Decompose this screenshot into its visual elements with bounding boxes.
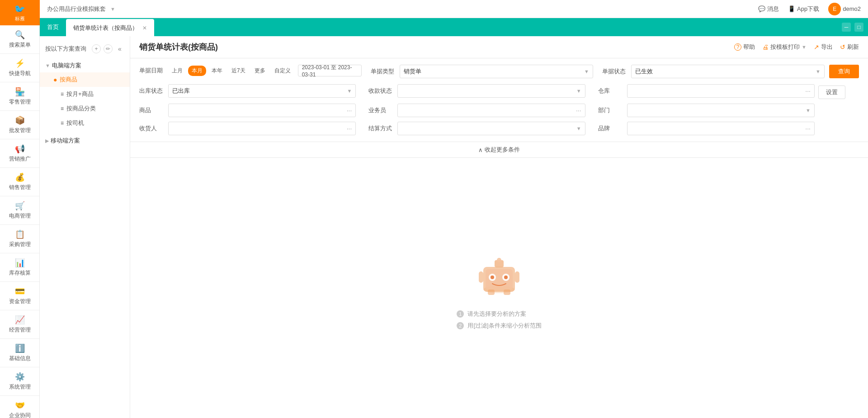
quick-nav-icon: ⚡ <box>15 58 25 68</box>
sidebar-item-purchase[interactable]: 📋 采购管理 <box>0 225 39 253</box>
scheme-group-mobile-header[interactable]: ▶ 移动端方案 <box>40 134 130 147</box>
sidebar-item-quick-nav[interactable]: ⚡ 快捷导航 <box>0 54 39 82</box>
doc-status-arrow-icon: ▼ <box>816 69 821 74</box>
top-bar-right: 💬 消息 📱 App下载 E demo2 <box>758 3 861 15</box>
last-month-btn[interactable]: 上月 <box>168 66 186 76</box>
left-panel-header: 按以下方案查询 + ✏ « <box>40 41 130 57</box>
message-icon: 💬 <box>758 5 765 12</box>
sidebar-item-label: 搜索菜单 <box>9 41 31 49</box>
sidebar-item-finance[interactable]: 💳 资金管理 <box>0 282 39 310</box>
sidebar-item-search[interactable]: 🔍 搜索菜单 <box>0 25 39 54</box>
sidebar-menu: 🔍 搜索菜单 ⚡ 快捷导航 🏪 零售管理 📦 批发管理 📢 营销推广 💰 销售管… <box>0 25 39 418</box>
warehouse-control[interactable]: ··· <box>627 84 815 98</box>
receipt-status-control[interactable]: ▼ <box>397 84 585 98</box>
sidebar-item-sales[interactable]: 💰 销售管理 <box>0 168 39 196</box>
settlement-control[interactable]: ▼ <box>397 122 585 135</box>
department-control[interactable]: ▼ <box>627 104 815 117</box>
page-header-right: ? 帮助 🖨 按模板打印 ▼ ↗ 导出 ↺ 刷新 <box>734 43 859 57</box>
scheme-item-by-goods[interactable]: ● 按商品 <box>40 72 130 87</box>
scheme-group-pc-header[interactable]: ▼ 电脑端方案 <box>40 59 130 72</box>
tab-bar-right: ─ □ <box>842 23 868 32</box>
maximize-icon: □ <box>857 24 860 30</box>
sidebar-item-wholesale[interactable]: 📦 批发管理 <box>0 111 39 139</box>
message-btn[interactable]: 💬 消息 <box>758 5 779 13</box>
custom-btn[interactable]: 自定义 <box>271 66 294 76</box>
warehouse-dots-icon: ··· <box>805 87 811 95</box>
refresh-icon: ↺ <box>840 43 845 51</box>
doc-type-control[interactable]: 销货单 ▼ <box>400 65 593 78</box>
logo-text: 标雁 <box>15 15 25 22</box>
edit-scheme-btn[interactable]: ✏ <box>104 44 113 53</box>
tab-home[interactable]: 首页 <box>40 18 66 36</box>
empty-hint-1: 1 请先选择要分析的方案 <box>457 310 541 318</box>
list-icon: ≡ <box>61 105 64 112</box>
more-btn[interactable]: 更多 <box>251 66 269 76</box>
sidebar-item-label: 批发管理 <box>9 127 31 134</box>
settings-btn[interactable]: 设置 <box>818 86 845 99</box>
collapse-panel-btn[interactable]: « <box>115 44 124 53</box>
sidebar-item-retail[interactable]: 🏪 零售管理 <box>0 82 39 111</box>
this-month-btn[interactable]: 本月 <box>188 66 206 76</box>
enterprise-icon: 🤝 <box>15 400 25 410</box>
last-7-days-btn[interactable]: 近7天 <box>228 66 249 76</box>
doc-status-control[interactable]: 已生效 ▼ <box>631 65 825 78</box>
sidebar-item-inventory[interactable]: 📊 库存核算 <box>0 253 39 282</box>
salesperson-control[interactable]: ··· <box>397 104 585 117</box>
svg-rect-11 <box>488 290 495 295</box>
hint-text-2: 用[过滤]条件来缩小分析范围 <box>467 322 541 330</box>
sidebar-item-marketing[interactable]: 📢 营销推广 <box>0 139 39 168</box>
empty-robot-svg <box>472 247 526 301</box>
sidebar-item-operations[interactable]: 📈 经营管理 <box>0 310 39 339</box>
message-label: 消息 <box>767 5 779 13</box>
help-btn[interactable]: ? 帮助 <box>734 43 755 51</box>
scheme-item-by-category[interactable]: ≡ 按商品分类 <box>40 101 130 116</box>
wholesale-icon: 📦 <box>15 115 25 125</box>
sidebar-item-system[interactable]: ⚙️ 系统管理 <box>0 367 39 396</box>
brand-label: 品牌 <box>598 124 623 133</box>
empty-illustration <box>472 247 526 301</box>
hint-text-1: 请先选择要分析的方案 <box>467 310 526 318</box>
user-area[interactable]: E demo2 <box>828 3 861 15</box>
user-name: demo2 <box>843 5 861 12</box>
query-area: 查询 <box>825 65 859 78</box>
sidebar-item-ecommerce[interactable]: 🛒 电商管理 <box>0 196 39 225</box>
print-label: 按模板打印 <box>770 43 800 51</box>
svg-rect-10 <box>515 271 519 283</box>
doc-status-label: 单据状态 <box>602 67 627 76</box>
scheme-item-by-cashier[interactable]: ≡ 按司机 <box>40 116 130 130</box>
goods-control[interactable]: ··· <box>168 104 356 117</box>
out-status-control[interactable]: 已出库 ▼ <box>168 84 356 98</box>
brand-control[interactable]: ··· <box>627 122 815 135</box>
sidebar-item-enterprise[interactable]: 🤝 企业协同 <box>0 396 39 418</box>
tab-close-icon[interactable]: ✕ <box>142 25 147 31</box>
settings-placeholder: 设置 <box>818 83 859 99</box>
scheme-item-by-month-goods[interactable]: ≡ 按月+商品 <box>40 87 130 101</box>
basics-icon: ℹ️ <box>15 343 25 353</box>
sidebar-item-label: 基础信息 <box>9 355 31 362</box>
app-download-btn[interactable]: 📱 App下载 <box>788 5 819 13</box>
receiver-control[interactable]: ··· <box>168 122 356 135</box>
collapse-row[interactable]: ∧ 收起更多条件 <box>130 142 868 158</box>
export-btn[interactable]: ↗ 导出 <box>814 43 833 51</box>
circle-icon: ● <box>53 76 57 83</box>
sidebar-item-basics[interactable]: ℹ️ 基础信息 <box>0 339 39 367</box>
this-year-btn[interactable]: 本年 <box>208 66 226 76</box>
tab-maximize-btn[interactable]: □ <box>854 23 863 32</box>
department-label: 部门 <box>598 106 623 114</box>
hint-num-2: 2 <box>457 322 464 329</box>
sidebar-item-label: 销售管理 <box>9 184 31 191</box>
salesperson-label: 业务员 <box>368 106 394 114</box>
search-icon: 🔍 <box>15 30 25 40</box>
tab-minimize-btn[interactable]: ─ <box>842 23 851 32</box>
edit-icon: ✏ <box>106 46 110 52</box>
logo: 🐦 标雁 <box>0 0 40 25</box>
empty-text: 1 请先选择要分析的方案 2 用[过滤]条件来缩小分析范围 <box>457 310 541 330</box>
add-scheme-btn[interactable]: + <box>92 44 101 53</box>
refresh-btn[interactable]: ↺ 刷新 <box>840 43 859 51</box>
tab-report[interactable]: 销货单统计表（按商品） ✕ <box>66 19 154 37</box>
svg-rect-12 <box>504 290 510 295</box>
query-btn[interactable]: 查询 <box>829 65 859 78</box>
print-btn[interactable]: 🖨 按模板打印 ▼ <box>762 43 807 51</box>
export-icon: ↗ <box>814 43 819 51</box>
scheme-group-mobile: ▶ 移动端方案 <box>40 132 130 149</box>
